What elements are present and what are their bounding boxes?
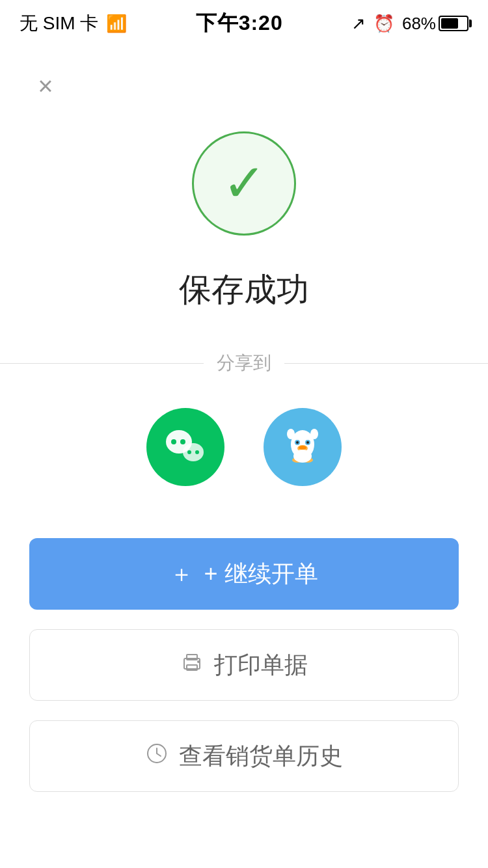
history-button[interactable]: 查看销货单历史: [29, 720, 459, 792]
checkmark-icon: ✓: [223, 157, 266, 210]
svg-point-5: [195, 450, 199, 454]
battery-fill: [441, 18, 458, 29]
svg-point-21: [197, 660, 200, 663]
history-label: 查看销货单历史: [179, 740, 343, 772]
main-content: × ✓ 保存成功 分享到: [0, 47, 488, 868]
wechat-share-button[interactable]: [146, 408, 224, 486]
status-right: ↗ ⏰ 68%: [351, 14, 468, 34]
status-left: 无 SIM 卡 📶: [20, 11, 127, 36]
svg-point-3: [183, 443, 204, 461]
svg-point-10: [306, 441, 309, 444]
svg-point-15: [293, 450, 312, 463]
status-bar: 无 SIM 卡 📶 下午3:20 ↗ ⏰ 68%: [0, 0, 488, 47]
action-buttons: ＋ + 继续开单 打印单据 查看销货单历史: [29, 538, 459, 792]
share-divider: 分享到: [0, 351, 488, 375]
svg-point-17: [310, 429, 318, 439]
alarm-icon: ⏰: [373, 14, 394, 34]
share-icons: [146, 408, 342, 486]
print-label: 打印单据: [214, 649, 308, 681]
svg-point-2: [180, 439, 185, 444]
battery-percent: 68%: [402, 14, 436, 34]
svg-point-1: [171, 439, 176, 444]
battery-indicator: 68%: [402, 14, 468, 34]
close-icon: ×: [38, 73, 53, 99]
history-icon: [145, 742, 169, 771]
continue-button[interactable]: ＋ + 继续开单: [29, 538, 459, 610]
success-section: ✓ 保存成功: [179, 131, 309, 351]
success-circle: ✓: [192, 131, 296, 236]
svg-point-12: [299, 446, 306, 450]
success-title: 保存成功: [179, 268, 309, 312]
wifi-icon: 📶: [106, 14, 127, 34]
wechat-icon: [165, 429, 206, 465]
share-section: 分享到: [0, 351, 488, 486]
continue-label: + 继续开单: [204, 558, 318, 590]
print-button[interactable]: 打印单据: [29, 629, 459, 701]
status-time: 下午3:20: [196, 9, 283, 38]
qq-icon: [282, 426, 323, 468]
battery-icon: [439, 16, 468, 31]
location-icon: ↗: [351, 14, 366, 34]
svg-point-4: [187, 450, 191, 454]
svg-point-9: [296, 441, 299, 444]
print-icon: [180, 651, 204, 680]
no-sim-text: 无 SIM 卡: [20, 11, 98, 36]
plus-icon: ＋: [170, 558, 193, 590]
share-label: 分享到: [204, 351, 284, 375]
close-button[interactable]: ×: [26, 66, 65, 105]
qq-share-button[interactable]: [264, 408, 342, 486]
svg-point-16: [287, 429, 295, 439]
